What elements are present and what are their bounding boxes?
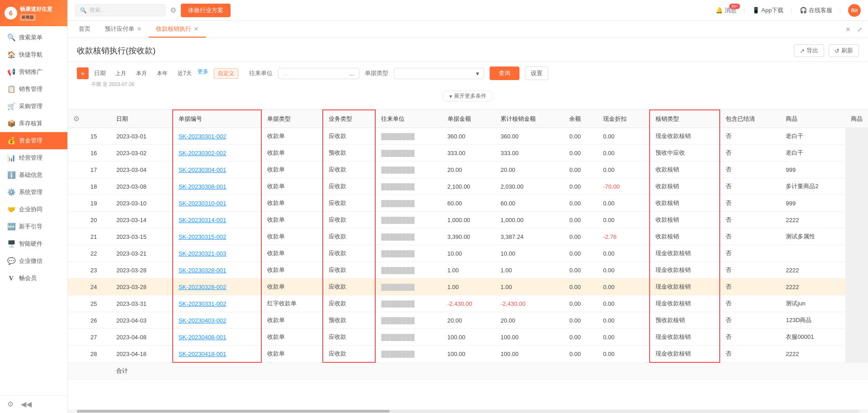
cell-doc-no[interactable]: SK-20230302-002: [173, 145, 261, 161]
doc-no-link[interactable]: SK-20230328-002: [179, 284, 226, 290]
notification-bell[interactable]: 🔔 消息 99+: [716, 6, 736, 14]
cell-doc-no[interactable]: SK-20230310-001: [173, 195, 261, 212]
scrollbar-thumb[interactable]: [77, 410, 390, 413]
sidebar-collapse-icon[interactable]: ◀◀: [21, 400, 32, 408]
cell-row-num: 20: [85, 212, 111, 228]
this-year-btn[interactable]: 本年: [153, 68, 172, 79]
cell-doc-no[interactable]: SK-20230308-001: [173, 178, 261, 195]
sidebar-item-inventory[interactable]: 📦库存核算: [0, 115, 67, 132]
last-7-days-btn[interactable]: 近7天: [174, 68, 196, 79]
col-product1[interactable]: 商品: [780, 110, 845, 128]
sidebar-item-wechat[interactable]: 💬企业微信: [0, 252, 67, 270]
sidebar-item-hardware[interactable]: 🖥️智能硬件: [0, 235, 67, 252]
doc-no-link[interactable]: SK-20230308-001: [179, 183, 226, 190]
tab-close-btn[interactable]: ✕: [844, 24, 853, 35]
col-doc-type[interactable]: 单据类型: [261, 110, 323, 128]
sidebar-item-system[interactable]: ⚙️系统管理: [0, 184, 67, 201]
cell-doc-no[interactable]: SK-20230403-002: [173, 312, 261, 329]
sidebar-settings-icon[interactable]: ⚙: [7, 400, 14, 408]
table-row: 202023-03-14SK-20230314-001收款单应收款███████…: [68, 212, 868, 228]
doc-no-link[interactable]: SK-20230321-003: [179, 250, 226, 257]
settings-gear-icon[interactable]: ⚙: [170, 6, 176, 14]
tab-prepay-close[interactable]: ✕: [137, 26, 142, 32]
sidebar-item-enterprise[interactable]: 🤝企业协同: [0, 201, 67, 218]
user-avatar[interactable]: Rit: [848, 4, 861, 17]
sidebar-item-search[interactable]: 🔍搜索菜单: [0, 29, 67, 46]
cell-doc-no[interactable]: SK-20230321-003: [173, 245, 261, 262]
cell-cash-discount: 0.00: [598, 312, 650, 329]
doc-no-link[interactable]: SK-20230310-001: [179, 200, 226, 207]
online-service-link[interactable]: 🎧 在线客服: [800, 6, 832, 14]
col-verify-type[interactable]: 核销类型: [650, 110, 720, 128]
expand-conditions-btn[interactable]: ▾ 展开更多条件: [443, 90, 493, 102]
sidebar-item-marketing[interactable]: 📢营销推广: [0, 63, 67, 81]
col-doc-no[interactable]: 单据编号: [173, 110, 261, 128]
refresh-button[interactable]: ↺ 刷新: [829, 44, 859, 57]
cell-doc-no[interactable]: SK-20230315-002: [173, 228, 261, 245]
app-download-link[interactable]: 📱 App下载: [752, 6, 783, 14]
cell-doc-no[interactable]: SK-20230314-001: [173, 212, 261, 228]
cell-doc-no[interactable]: SK-20230301-002: [173, 128, 261, 145]
export-button[interactable]: ↗ 导出: [794, 44, 824, 57]
col-settings[interactable]: ⚙: [68, 110, 85, 128]
tab-prepay[interactable]: 预计应付单 ✕: [98, 21, 149, 38]
sidebar-item-finance[interactable]: 💰资金管理: [0, 132, 67, 149]
doc-no-link[interactable]: SK-20230328-001: [179, 267, 226, 274]
col-include-cleared[interactable]: 包含已结清: [720, 110, 780, 128]
marketing-icon: 📢: [7, 68, 15, 76]
solution-button[interactable]: 体验行业方案: [181, 4, 231, 17]
purchase-icon: 🛒: [7, 102, 15, 110]
col-cash-discount[interactable]: 现金折扣: [598, 110, 650, 128]
cell-doc-no[interactable]: SK-20230331-002: [173, 295, 261, 312]
custom-date-btn[interactable]: 自定义: [214, 68, 238, 79]
last-month-btn[interactable]: 上月: [111, 68, 130, 79]
sidebar-logo: 6 畅康道好生意 标推版: [0, 0, 67, 26]
cell-verify-type: 收款核销: [650, 161, 720, 178]
col-amount[interactable]: 单据金额: [442, 110, 495, 128]
sidebar-item-guide[interactable]: 🆕新手引导: [0, 218, 67, 235]
cell-doc-no[interactable]: SK-20230328-002: [173, 279, 261, 295]
doc-no-link[interactable]: SK-20230403-002: [179, 317, 226, 324]
column-settings-icon[interactable]: ⚙: [73, 115, 80, 123]
sidebar-item-operations[interactable]: 📊经营管理: [0, 149, 67, 166]
doc-type-select[interactable]: ▾: [394, 68, 484, 79]
doc-no-link[interactable]: SK-20230304-001: [179, 166, 226, 173]
partner-input[interactable]: ... ...: [278, 68, 359, 79]
doc-no-link[interactable]: SK-20230408-001: [179, 334, 226, 341]
cell-doc-no[interactable]: SK-20230418-001: [173, 346, 261, 363]
cell-doc-no[interactable]: SK-20230304-001: [173, 161, 261, 178]
cell-doc-no[interactable]: SK-20230408-001: [173, 329, 261, 346]
topbar-search[interactable]: 🔍 搜索...: [75, 4, 165, 16]
col-product2[interactable]: 商品: [845, 110, 868, 128]
sidebar-item-basic[interactable]: ℹ️基础信息: [0, 166, 67, 184]
query-button[interactable]: 查询: [490, 66, 519, 80]
this-month-btn[interactable]: 本月: [132, 68, 151, 79]
table-row: 192023-03-10SK-20230310-001收款单应收款███████…: [68, 195, 868, 212]
doc-no-link[interactable]: SK-20230302-002: [179, 150, 226, 157]
filter-settings-button[interactable]: 设置: [525, 66, 548, 80]
tab-expand-btn[interactable]: ⤢: [855, 24, 864, 35]
more-dates-btn[interactable]: 更多: [198, 68, 208, 79]
filter-toggle-btn[interactable]: »: [77, 67, 89, 79]
cell-product-img: [845, 145, 868, 161]
col-cumulative[interactable]: 累计核销金额: [495, 110, 564, 128]
col-balance[interactable]: 余额: [564, 110, 598, 128]
col-biz-type[interactable]: 业务类型: [323, 110, 375, 128]
inventory-icon: 📦: [7, 119, 15, 128]
tab-receipt-verify-close[interactable]: ✕: [194, 26, 198, 32]
doc-no-link[interactable]: SK-20230331-002: [179, 300, 226, 307]
tab-receipt-verify[interactable]: 收款核销执行 ✕: [149, 21, 206, 38]
doc-no-link[interactable]: SK-20230301-002: [179, 133, 226, 140]
col-date[interactable]: 日期: [111, 110, 173, 128]
horizontal-scrollbar[interactable]: [68, 409, 868, 413]
doc-no-link[interactable]: SK-20230315-002: [179, 233, 226, 240]
sidebar-item-purchase[interactable]: 🛒采购管理: [0, 98, 67, 115]
tab-home[interactable]: 首页: [71, 21, 98, 38]
sidebar-item-quick-nav[interactable]: 🏠快捷导航: [0, 46, 67, 63]
sidebar-item-member[interactable]: V畅会员: [0, 270, 67, 287]
sidebar-item-sales[interactable]: 📋销售管理: [0, 81, 67, 98]
doc-no-link[interactable]: SK-20230314-001: [179, 217, 226, 223]
cell-doc-no[interactable]: SK-20230328-001: [173, 262, 261, 279]
col-partner[interactable]: 往来单位: [375, 110, 442, 128]
doc-no-link[interactable]: SK-20230418-001: [179, 351, 226, 357]
